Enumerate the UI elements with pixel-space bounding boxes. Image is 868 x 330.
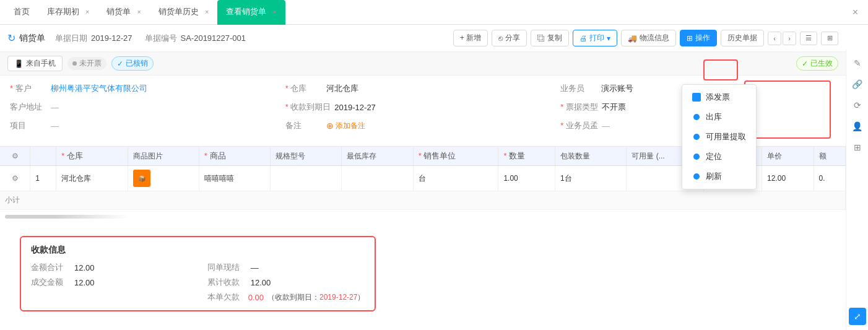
status-dot — [72, 61, 77, 66]
note-label: 备注 — [285, 120, 323, 131]
col-sales-unit: 销售单位 — [413, 147, 498, 166]
refresh-side-icon[interactable]: ⟳ — [849, 97, 866, 114]
doc-no-label: 单据编号 — [145, 33, 177, 44]
tab-sales-history[interactable]: 销货单历史 × — [150, 0, 217, 25]
payment-date-value: 2019-12-27 — [334, 103, 376, 112]
doc-no-value: SA-20191227-001 — [181, 33, 246, 43]
menu-available-qty[interactable]: 可用量提取 — [682, 127, 756, 147]
outbound-icon — [693, 114, 700, 120]
current-arrears-value: 0.00 — [248, 293, 264, 302]
doc-date-label: 单据日期 — [55, 33, 87, 44]
subtotal-label: 小计 — [0, 191, 846, 210]
view-toggle-grid[interactable]: ⊞ — [821, 32, 838, 45]
product-image: 📦 — [133, 170, 150, 187]
history-button[interactable]: 历史单据 — [721, 30, 764, 46]
total-amount-row: 金额合计 12.00 — [31, 262, 189, 273]
warehouse-label: 仓库 — [285, 83, 323, 94]
tab-history-close[interactable]: × — [205, 8, 209, 15]
available-qty-icon — [693, 134, 700, 140]
col-quantity: 数量 — [498, 147, 555, 166]
tab-view-sales[interactable]: 查看销货单 × — [217, 0, 285, 25]
cumulative-receipt-label: 累计收款 — [207, 277, 245, 288]
scroll-hint — [5, 215, 129, 219]
row-gear[interactable]: ⚙ — [0, 166, 30, 191]
clerk2-value: — — [602, 121, 610, 131]
transaction-amount-row: 成交金额 12.00 — [31, 277, 189, 288]
project-field: 项目 — — [10, 120, 285, 131]
table-side-icon[interactable]: ⊞ — [849, 139, 866, 156]
view-toggle-list[interactable]: ☰ — [800, 32, 817, 45]
add-note-button[interactable]: ⊕ 添加备注 — [326, 121, 365, 131]
total-amount-label: 金额合计 — [31, 262, 68, 273]
note-field: 备注 ⊕ 添加备注 — [285, 120, 561, 131]
payment-date-field: 收款到期日 2019-12-27 — [285, 102, 561, 113]
tab-inventory[interactable]: 库存期初 × — [38, 0, 98, 25]
menu-outbound[interactable]: 出库 — [682, 107, 756, 127]
expand-side-icon[interactable]: ⤢ — [849, 308, 866, 325]
print-button[interactable]: 🖨 打印 ▾ — [573, 30, 617, 46]
next-arrow[interactable]: › — [783, 32, 796, 45]
tab-bar: 首页 库存期初 × 销货单 × 销货单历史 × 查看销货单 × × — [0, 0, 868, 25]
link-side-icon[interactable]: 🔗 — [849, 76, 866, 93]
same-bill-value: — — [251, 263, 259, 272]
doc-meta: 单据日期 2019-12-27 单据编号 SA-20191227-001 — [55, 33, 246, 44]
tab-sales-close[interactable]: × — [137, 8, 141, 15]
project-value: — — [51, 121, 59, 131]
cumulative-receipt-value: 12.00 — [251, 278, 271, 287]
operations-button[interactable]: ⊞ 操作 — [680, 30, 717, 46]
row-min-stock — [342, 166, 413, 191]
same-bill-row: 同单现结 — — [207, 262, 365, 273]
ticket-type-value: 不开票 — [602, 102, 626, 113]
col-product-img: 商品图片 — [128, 147, 199, 166]
prev-arrow[interactable]: ‹ — [768, 32, 781, 45]
row-sales-unit: 台 — [413, 166, 498, 191]
copy-button[interactable]: ⿻ 复制 — [531, 30, 569, 46]
logistics-button[interactable]: 🚚 物流信息 — [621, 30, 676, 46]
doc-no-item: 单据编号 SA-20191227-001 — [145, 33, 246, 44]
invoice-status-badge: 未开票 — [67, 57, 106, 70]
cumulative-receipt-row: 累计收款 12.00 — [207, 277, 365, 288]
tab-view-sales-close[interactable]: × — [272, 8, 276, 15]
tab-bar-close[interactable]: × — [848, 7, 863, 18]
effective-status-badge: ✓ 已生效 — [796, 56, 838, 71]
doc-header: ↻ 销货单 单据日期 2019-12-27 单据编号 SA-20191227-0… — [0, 25, 846, 52]
tab-sales[interactable]: 销货单 × — [98, 0, 149, 25]
due-date-text: （收款到期日：2019-12-27） — [267, 292, 365, 303]
col-spec: 规格型号 — [271, 147, 342, 166]
phone-icon: 📱 — [14, 59, 24, 68]
row-spec — [271, 166, 342, 191]
due-date-value: 2019-12-27 — [319, 293, 357, 302]
row-unit-price: 12.00 — [762, 166, 814, 191]
total-amount-value: 12.00 — [74, 263, 95, 272]
row-amount: 0. — [814, 166, 846, 191]
ticket-type-label: 票据类型 — [560, 102, 598, 113]
warehouse-field: 仓库 河北仓库 — [285, 83, 561, 94]
address-label: 客户地址 — [10, 102, 47, 113]
refresh-icon — [693, 173, 700, 180]
summary-title: 收款信息 — [31, 245, 365, 256]
user-side-icon[interactable]: 👤 — [849, 118, 866, 135]
logistics-icon: 🚚 — [628, 34, 637, 43]
tab-inventory-close[interactable]: × — [85, 8, 89, 15]
side-icons: ✎ 🔗 ⟳ 👤 ⊞ ⤢ — [846, 50, 868, 330]
share-button[interactable]: ⎋ 分享 — [492, 30, 527, 46]
col-gear: ⚙ — [0, 147, 30, 166]
row-pack-qty: 1台 — [555, 166, 627, 191]
tab-home[interactable]: 首页 — [5, 0, 38, 25]
menu-locate[interactable]: 定位 — [682, 147, 756, 167]
from-phone-button[interactable]: 📱 来自手机 — [7, 56, 63, 71]
doc-date-item: 单据日期 2019-12-27 — [55, 33, 132, 44]
operations-dropdown: 添发票 出库 可用量提取 定位 刷新 — [682, 84, 757, 189]
print-dropdown-arrow: ▾ — [607, 34, 610, 43]
edit-side-icon[interactable]: ✎ — [849, 54, 866, 72]
customer-value[interactable]: 柳州粤港平安气体有限公司 — [51, 83, 147, 94]
menu-refresh[interactable]: 刷新 — [682, 167, 756, 186]
doc-title-area: ↻ 销货单 — [7, 32, 45, 44]
copy-icon: ⿻ — [537, 34, 545, 43]
operations-icon: ⊞ — [687, 34, 693, 43]
new-button[interactable]: + 新增 — [453, 30, 488, 46]
summary-grid: 金额合计 12.00 同单现结 — 成交金额 12.00 累计收款 — [31, 262, 365, 303]
menu-add-invoice[interactable]: 添发票 — [682, 87, 756, 107]
transaction-amount-label: 成交金额 — [31, 277, 68, 288]
row-product: 嘻嘻嘻嘻 — [199, 166, 270, 191]
